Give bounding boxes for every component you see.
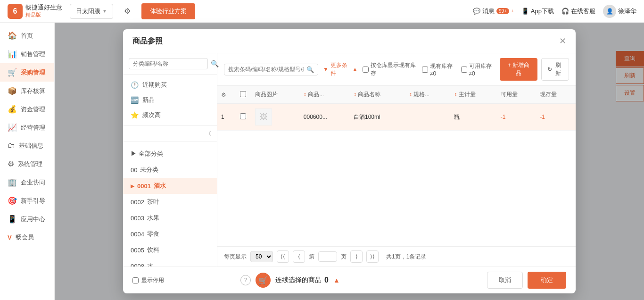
- sidebar-item-home[interactable]: 🏠 首页: [0, 26, 54, 45]
- cell-checkbox[interactable]: [234, 104, 251, 131]
- add-product-button[interactable]: + 新增商品: [500, 58, 537, 81]
- th-unit[interactable]: ↕ 主计量: [450, 86, 497, 104]
- sidebar-item-sales[interactable]: 📊 销售管理: [0, 45, 54, 63]
- product-table-wrap: ⚙ 商品图片 ↕: [217, 86, 576, 246]
- cart-label: 连续选择的商品: [275, 276, 322, 284]
- category-item-0008[interactable]: 0008 水: [123, 258, 217, 267]
- show-disabled-checkbox[interactable]: [132, 277, 139, 283]
- user-avatar-item[interactable]: 👤 徐泽华: [603, 5, 636, 18]
- category-item-0005[interactable]: 0005 饮料: [123, 242, 217, 258]
- avatar: 👤: [603, 5, 616, 18]
- quick-access-list: 🕐 近期购买 🆕 新品 ⭐ 频次高: [123, 75, 217, 126]
- th-checkbox[interactable]: [234, 86, 251, 104]
- cart-count-area: 连续选择的商品 0: [275, 276, 329, 284]
- sidebar-item-apps[interactable]: 📱 应用中心: [0, 210, 54, 228]
- cell-name: 白酒100ml: [350, 104, 405, 131]
- select-all-checkbox[interactable]: [240, 91, 246, 97]
- sidebar-item-inventory[interactable]: 📦 库存核算: [0, 82, 54, 100]
- th-name[interactable]: ↕ 商品名称: [350, 86, 405, 104]
- online-service-item[interactable]: 🎧 在线客服: [561, 7, 595, 16]
- category-search-input[interactable]: [129, 58, 208, 69]
- filter-right-btns: + 新增商品 ↻ 刷新: [500, 58, 569, 81]
- app-download-item[interactable]: 📱 App下载: [521, 7, 554, 16]
- th-stock: 现存量: [536, 86, 576, 104]
- sidebar-item-finance[interactable]: 💰 资金管理: [0, 100, 54, 118]
- main-layout: 🏠 首页 📊 销售管理 🛒 采购管理 📦 库存核算 💰 资金管理 📈 经营管理 …: [0, 23, 644, 300]
- experience-button[interactable]: 体验行业方案: [141, 3, 195, 19]
- product-search-input[interactable]: [228, 66, 304, 73]
- stock-nonzero-check[interactable]: 现有库存≠0: [422, 62, 456, 77]
- collapse-panel-button[interactable]: 《: [123, 126, 217, 142]
- vip-icon: V: [8, 234, 12, 241]
- refresh-icon: ↻: [547, 66, 552, 73]
- messages-item[interactable]: 💬 消息 99+ +: [473, 7, 514, 16]
- sidebar-label-sales: 销售管理: [21, 50, 45, 58]
- sidebar-item-guide[interactable]: 🎯 新手引导: [0, 192, 54, 210]
- confirm-button[interactable]: 确定: [528, 272, 566, 289]
- sidebar-item-enterprise[interactable]: 🏢 企业协同: [0, 173, 54, 192]
- help-icon[interactable]: ?: [240, 275, 251, 285]
- page-number-input[interactable]: 1: [318, 251, 337, 262]
- sidebar-item-system[interactable]: ⚙ 系统管理: [0, 155, 54, 173]
- cart-button[interactable]: 🛒: [256, 273, 271, 288]
- cat-code-0003: 0003: [131, 215, 144, 222]
- next-page-button[interactable]: ⟩: [350, 250, 363, 263]
- sidebar-item-basic-info[interactable]: 🗂 基础信息: [0, 137, 54, 155]
- available-nonzero-check[interactable]: 可用库存≠0: [461, 62, 495, 77]
- prev-page-button[interactable]: ⟨: [293, 250, 305, 263]
- total-info: 共1页，1条记录: [386, 253, 426, 261]
- cat-name-0002: 茶叶: [147, 198, 159, 206]
- prev-page-icon: ⟨: [298, 253, 300, 260]
- message-icon: 💬: [473, 8, 480, 15]
- search-icon[interactable]: 🔍: [211, 60, 219, 67]
- all-category-item[interactable]: ▶ 全部分类: [123, 146, 217, 162]
- navbar: 6 畅捷通好生意 精品版 日太阳膜 ▼ ⚙ 体验行业方案 💬 消息 99+ + …: [0, 0, 644, 23]
- sidebar-label-inventory: 库存核算: [21, 87, 45, 95]
- up-arrow-icon[interactable]: ▲: [333, 276, 340, 284]
- content-area: 查询 刷新 设置 商品参照 ✕ 🔍: [55, 23, 644, 300]
- th-settings[interactable]: ⚙: [217, 86, 234, 104]
- category-item-0002[interactable]: 0002 茶叶: [123, 194, 217, 210]
- row-checkbox[interactable]: [240, 113, 246, 119]
- category-item-0004[interactable]: 0004 零食: [123, 226, 217, 242]
- first-page-icon: ⟨⟨: [281, 253, 285, 260]
- last-page-button[interactable]: ⟩⟩: [366, 250, 379, 263]
- th-spec[interactable]: ↕ 规格...: [405, 86, 450, 104]
- sidebar-item-operations[interactable]: 📈 经营管理: [0, 118, 54, 137]
- new-product-item[interactable]: 🆕 新品: [123, 92, 217, 108]
- category-item-0003[interactable]: 0003 水果: [123, 210, 217, 226]
- per-page-select[interactable]: 50: [250, 251, 273, 262]
- recent-purchase-item[interactable]: 🕐 近期购买: [123, 77, 217, 92]
- category-item-0001[interactable]: ▶ 0001 酒水: [123, 178, 217, 194]
- th-image: 商品图片: [251, 86, 300, 104]
- warehouse-stock-check[interactable]: 按仓库显示现有库存: [363, 61, 417, 77]
- cancel-button[interactable]: 取消: [487, 272, 523, 289]
- mobile-icon: 📱: [521, 8, 529, 15]
- th-code[interactable]: ↕ 商品...: [300, 86, 350, 104]
- frequent-item[interactable]: ⭐ 频次高: [123, 108, 217, 123]
- show-disabled-check[interactable]: 显示停用: [132, 276, 164, 284]
- more-filter-button[interactable]: ▼ 更多条件 ▲: [323, 61, 358, 77]
- store-selector[interactable]: 日太阳膜 ▼: [70, 4, 113, 19]
- product-search-icon[interactable]: 🔍: [306, 66, 314, 73]
- category-item-00[interactable]: 00 未分类: [123, 162, 217, 178]
- sidebar-item-purchase[interactable]: 🛒 采购管理: [0, 63, 54, 82]
- data-panel: 🔍 ▼ 更多条件 ▲ 按仓库显示现有库存: [217, 53, 576, 267]
- settings-icon[interactable]: ⚙: [119, 3, 136, 20]
- all-category-label: ▶ 全部分类: [131, 150, 163, 158]
- footer-action-btns: 取消 确定: [487, 272, 566, 289]
- close-icon[interactable]: ✕: [559, 36, 566, 46]
- sidebar-label-system: 系统管理: [18, 160, 42, 168]
- first-page-button[interactable]: ⟨⟨: [277, 250, 289, 263]
- sidebar-item-vip[interactable]: V 畅会员: [0, 228, 54, 246]
- stock-nonzero-checkbox[interactable]: [422, 67, 428, 73]
- table-row[interactable]: 1 🖼: [217, 104, 576, 131]
- new-icon: 🆕: [131, 96, 139, 104]
- sidebar-label-purchase: 采购管理: [21, 68, 45, 77]
- sidebar: 🏠 首页 📊 销售管理 🛒 采购管理 📦 库存核算 💰 资金管理 📈 经营管理 …: [0, 23, 55, 300]
- warehouse-stock-checkbox[interactable]: [363, 67, 369, 73]
- basic-info-icon: 🗂: [8, 142, 15, 150]
- cell-unit: 瓶: [450, 104, 497, 131]
- refresh-button[interactable]: ↻ 刷新: [541, 58, 569, 81]
- available-nonzero-checkbox[interactable]: [461, 67, 467, 73]
